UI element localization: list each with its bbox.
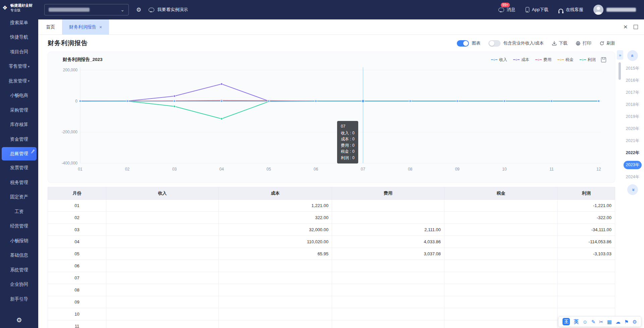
legend-wrap: 收入成本费用税金利润 [491,57,606,63]
svg-text:08: 08 [408,167,413,172]
line-chart[interactable]: 200,0000-200,000-400,0000102030405060708… [54,65,609,175]
table-cell [332,260,444,272]
sidebar-item-采购管理[interactable]: 采购管理 [0,103,38,118]
logo-icon: ❖ [2,5,9,11]
sidebar-item-label: 企业协同 [10,281,28,287]
sidebar-settings-gear-icon[interactable]: ⚙ [0,312,38,328]
year-item-2016年[interactable]: 2016年 [624,74,642,86]
sidebar-item-企业协同[interactable]: 企业协同 [0,277,38,292]
table-row: 06 [48,260,615,272]
user-menu[interactable] [593,5,636,15]
refresh-button[interactable]: 刷新 [599,40,615,46]
sidebar-item-基础信息[interactable]: 基础信息 [0,248,38,263]
column-header-费用: 费用 [332,187,444,200]
sidebar-item-发票管理[interactable]: 发票管理 [0,161,38,176]
sidebar-item-新手引导[interactable]: 新手引导 [0,292,38,307]
save-image-icon[interactable] [601,57,606,62]
demo-link[interactable]: 我要看实例演示 [149,7,188,13]
ime-scissors-icon[interactable]: ✂ [599,319,603,324]
year-scroll-up-button[interactable]: « [627,50,638,61]
sidebar-item-项目合同[interactable]: 项目合同 [0,45,38,59]
legend-item-税金[interactable]: 税金 [557,57,574,63]
legend-marker-icon [557,59,564,61]
sidebar-item-批发管理[interactable]: 批发管理▾ [0,74,38,88]
svg-text:11: 11 [549,167,554,172]
ime-settings-icon[interactable]: ⚙ [633,319,637,324]
ime-flag-icon[interactable]: ⚑ [624,319,629,324]
sidebar-item-快捷导航[interactable]: 快捷导航 [0,30,38,45]
sidebar-item-label: 工资 [15,209,24,215]
table-cell [332,296,444,308]
ime-pencil-icon[interactable]: ✎ [591,319,596,324]
include-nonoperating-toggle[interactable] [488,40,500,47]
ime-language-mode[interactable]: 英 [574,319,579,325]
year-item-2021年[interactable]: 2021年 [624,135,642,147]
year-item-2018年[interactable]: 2018年 [624,99,642,111]
chart-view-toggle[interactable] [457,40,469,47]
year-item-2024年[interactable]: 2024年 [624,171,642,183]
fullscreen-icon[interactable] [634,25,638,29]
table-cell [106,224,219,236]
legend-item-利润[interactable]: 利润 [580,57,596,63]
legend-item-收入[interactable]: 收入 [491,57,507,63]
app-download-button[interactable]: App下载 [526,7,548,13]
legend-item-成本[interactable]: 成本 [513,57,529,63]
table-cell [444,248,557,260]
year-scroll-down-button[interactable]: « [627,184,638,195]
sidebar-item-资金管理[interactable]: 资金管理 [0,132,38,147]
close-icon[interactable]: × [624,24,628,30]
svg-text:06: 06 [314,167,318,172]
table-cell: 1,221.00 [218,200,332,212]
panel-collapse-handle[interactable]: » [617,50,623,60]
sidebar-item-零售管理[interactable]: 零售管理▾ [0,59,38,74]
table-cell: -114,053.86 [558,236,615,248]
page-title: 财务利润报告 [48,39,88,48]
table-cell [106,260,219,272]
sidebar-item-总账管理[interactable]: 总账管理 [2,147,37,160]
sidebar-item-系统管理[interactable]: 系统管理 [0,263,38,277]
ime-cloud-icon[interactable]: ☁ [615,319,621,324]
svg-text:200,000: 200,000 [63,68,78,72]
sidebar-item-工资[interactable]: 工资 [0,204,38,219]
tab-首页[interactable]: 首页 [39,19,62,35]
caret-down-icon: ▾ [28,79,30,83]
scrollbar-thumb[interactable] [619,62,621,80]
tab-close-icon[interactable]: × [99,25,102,29]
sidebar-item-税务管理[interactable]: 税务管理 [0,175,38,190]
year-list: 2015年2016年2017年2018年2019年2020年2021年2022年… [624,62,642,183]
sidebar-item-label: 小畅报销 [10,238,28,244]
table-cell [106,308,219,320]
column-header-成本: 成本 [218,187,332,200]
table-cell [218,308,332,320]
sidebar-item-小畅报销[interactable]: 小畅报销 [0,234,38,248]
download-button[interactable]: 下载 [552,40,568,46]
ime-logo[interactable]: 王 [562,318,570,325]
legend-item-费用[interactable]: 费用 [535,57,551,63]
ime-keyboard-icon[interactable]: ▦ [607,319,612,324]
phone-icon [526,7,529,12]
online-support-button[interactable]: 在线客服 [558,7,583,13]
year-item-2022年[interactable]: 2022年 [624,147,642,159]
svg-text:-400,000: -400,000 [62,161,78,166]
year-item-2023年[interactable]: 2023年 [624,159,642,171]
column-header-月份: 月份 [48,187,106,200]
org-selector[interactable]: ⌄ [44,4,129,15]
year-item-2020年[interactable]: 2020年 [624,123,642,135]
year-item-2019年[interactable]: 2019年 [624,111,642,123]
sidebar-item-库存核算[interactable]: 库存核算 [0,118,38,132]
print-button[interactable]: 打印 [576,40,591,46]
sidebar-item-label: 搜索菜单 [10,20,28,26]
table-cell [106,284,219,296]
table-cell [332,320,444,328]
download-icon [552,41,557,46]
ime-emoji-icon[interactable]: ☺ [582,319,587,324]
sidebar-item-固定资产[interactable]: 固定资产 [0,190,38,205]
sidebar-item-经营管理[interactable]: 经营管理 [0,219,38,234]
sidebar-item-搜索菜单[interactable]: 搜索菜单 [0,15,38,30]
year-item-2017年[interactable]: 2017年 [624,86,642,99]
topbar-gear-icon[interactable]: ⚙ [136,7,141,13]
year-item-2015年[interactable]: 2015年 [624,62,642,74]
messages-button[interactable]: 99+ 消息 [498,7,516,13]
sidebar-item-小畅电商[interactable]: 小畅电商 [0,88,38,103]
tab-财务利润报告[interactable]: 财务利润报告× [62,19,109,35]
